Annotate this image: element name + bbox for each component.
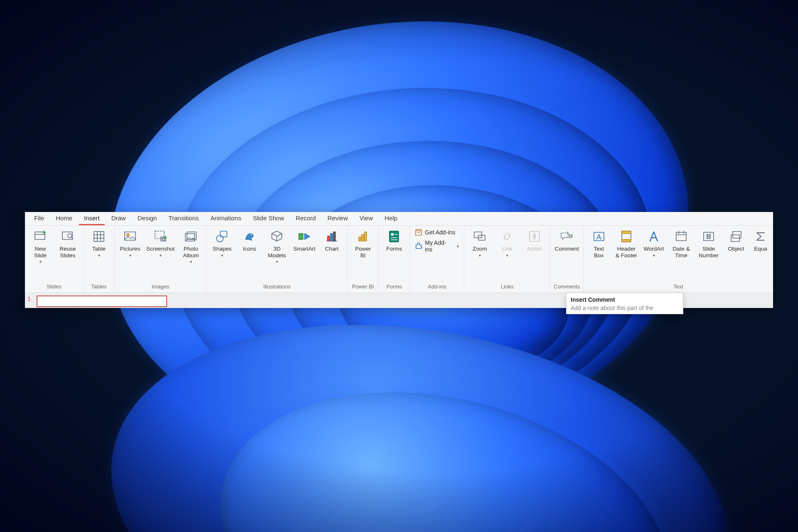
group-label-forms: Forms [381,283,407,291]
shapes-button[interactable]: Shapes ▾ [209,227,235,259]
chart-label: Chart [325,246,339,252]
tab-record[interactable]: Record [291,213,320,225]
svg-point-14 [162,238,165,240]
pictures-icon [123,229,138,244]
group-forms: Forms Forms [379,226,410,292]
zoom-icon [472,229,487,244]
chevron-down-icon: ▾ [221,253,223,258]
group-label-text: Text [586,283,771,291]
new-slide-button[interactable]: New Slide ▾ [27,227,53,265]
chevron-down-icon: ▾ [190,259,192,264]
shapes-icon [214,229,229,244]
chevron-down-icon: ▾ [129,253,131,258]
group-powerbi: Power BI Power BI [347,226,379,292]
tab-slide-show[interactable]: Slide Show [248,213,289,225]
svg-point-11 [127,234,129,236]
svg-rect-27 [365,232,367,241]
svg-rect-33 [416,231,421,235]
svg-rect-17 [220,231,227,237]
tab-review[interactable]: Review [323,213,353,225]
forms-button[interactable]: Forms [381,227,407,253]
group-images: Pictures ▾ Screenshot ▾ Photo Album ▾ [115,226,207,292]
tab-transitions[interactable]: Transitions [163,213,204,225]
photo-album-button[interactable]: Photo Album ▾ [178,227,204,265]
reuse-slides-button[interactable]: Reuse Slides [55,227,81,259]
reuse-slides-icon [60,229,75,244]
slide-number-label: Slide Number [699,246,719,259]
slide-number-button[interactable]: Slide Number [696,227,722,259]
svg-rect-40 [622,231,631,234]
date-time-label: Date & Time [672,246,690,259]
comment-label: Comment [554,246,579,252]
svg-rect-5 [94,232,104,241]
action-button: Action [522,227,547,253]
action-label: Action [527,246,543,252]
chevron-down-icon: ▾ [457,244,459,249]
tab-home[interactable]: Home [51,213,77,225]
tab-design[interactable]: Design [133,213,162,225]
smartart-icon [297,229,312,244]
my-addins-button[interactable]: My Add-ins ▾ [412,238,461,254]
smartart-button[interactable]: SmartArt [291,227,317,253]
ribbon-groups: New Slide ▾ Reuse Slides Slides [25,226,773,292]
zoom-button[interactable]: Zoom ▾ [467,227,493,259]
link-label: Link [502,246,512,252]
comment-button[interactable]: Comment [553,227,581,253]
tab-view[interactable]: View [355,213,378,225]
screenshot-icon [153,229,168,244]
textbox-button[interactable]: Text Box [586,227,612,259]
object-button[interactable]: Object [723,227,749,253]
table-icon [91,229,106,244]
group-label-tables: Tables [86,283,112,291]
svg-rect-0 [35,232,45,239]
equation-button[interactable]: Equa [751,227,771,253]
table-button[interactable]: Table ▾ [86,227,112,259]
pictures-label: Pictures [120,246,140,252]
screenshot-label: Screenshot [146,246,175,252]
svg-rect-38 [594,232,604,241]
chevron-down-icon: ▾ [39,259,42,264]
chevron-down-icon: ▾ [653,253,655,258]
svg-rect-29 [391,233,394,236]
group-addins: Get Add-ins My Add-ins ▾ Add-ins [410,226,464,292]
tab-file[interactable]: File [29,213,49,225]
photo-album-label: Photo Album [183,246,199,259]
group-comments: Comment Comments [550,226,584,292]
tab-insert[interactable]: Insert [79,213,105,225]
svg-rect-20 [299,234,303,239]
photo-album-icon [183,229,198,244]
header-footer-icon [619,229,634,244]
icons-button[interactable]: Icons [236,227,262,253]
date-time-button[interactable]: Date & Time [668,227,694,259]
icons-icon [242,229,257,244]
get-addins-button[interactable]: Get Add-ins [412,227,461,237]
chevron-down-icon: ▾ [479,253,481,258]
3d-models-button[interactable]: 3D Models ▾ [264,227,290,265]
tooltip-body: Add a note about this part of the [571,305,679,311]
screenshot-button[interactable]: Screenshot ▾ [145,227,176,259]
ribbon-tabs: File Home Insert Draw Design Transitions… [25,212,773,226]
group-label-illustrations: Illustrations [209,283,345,291]
header-footer-button[interactable]: Header & Footer [613,227,639,259]
group-tables: Table ▾ Tables [84,226,115,292]
tab-animations[interactable]: Animations [205,213,246,225]
object-label: Object [728,246,744,252]
get-addins-label: Get Add-ins [425,229,455,236]
tab-draw[interactable]: Draw [106,213,131,225]
group-label-powerbi: Power BI [350,283,376,291]
tab-help[interactable]: Help [379,213,402,225]
zoom-label: Zoom [473,246,487,252]
svg-rect-10 [125,232,135,240]
chart-button[interactable]: Chart [319,227,345,253]
slide-number-icon [701,229,716,244]
wordart-button[interactable]: WordArt ▾ [641,227,667,259]
powerbi-button[interactable]: Power BI [350,227,376,259]
table-label: Table [92,246,106,252]
group-label-addins: Add-ins [412,283,461,291]
new-slide-label: New Slide [34,246,47,259]
svg-rect-12 [155,231,164,239]
svg-point-19 [251,234,252,235]
powerbi-icon [355,229,370,244]
pictures-button[interactable]: Pictures ▾ [117,227,143,259]
slide-thumbnail-1[interactable] [37,296,167,307]
